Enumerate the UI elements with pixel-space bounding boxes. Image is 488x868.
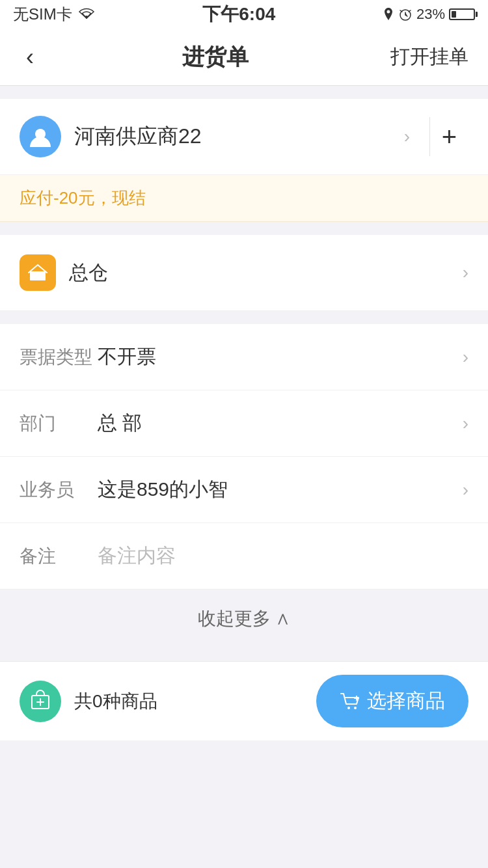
- select-product-button[interactable]: 选择商品: [316, 675, 468, 727]
- warehouse-icon: [20, 254, 56, 291]
- section-divider-3: [0, 311, 488, 324]
- status-time: 下午6:04: [202, 2, 275, 27]
- notice-bar: 应付-20元，现结: [0, 175, 488, 222]
- warehouse-section: 总仓 ›: [0, 235, 488, 311]
- remark-label: 备注: [20, 544, 98, 569]
- supplier-avatar: [20, 116, 61, 157]
- svg-point-5: [354, 707, 357, 709]
- remark-placeholder: 备注内容: [98, 543, 468, 569]
- wifi-icon: [77, 8, 96, 21]
- bottom-bar: 共0种商品 选择商品: [0, 661, 488, 740]
- notice-text: 应付-20元，现结: [20, 188, 146, 208]
- battery-icon: [449, 8, 475, 20]
- warehouse-value: 总仓: [69, 260, 463, 286]
- alarm-icon: [398, 7, 413, 21]
- open-pending-button[interactable]: 打开挂单: [390, 44, 468, 70]
- back-button[interactable]: ‹: [20, 37, 40, 77]
- carrier-label: 无SIM卡: [13, 4, 72, 25]
- svg-point-4: [347, 707, 350, 709]
- supplier-row[interactable]: 河南供应商22 › +: [0, 99, 488, 175]
- salesperson-arrow-icon: ›: [463, 480, 468, 500]
- product-count: 共0种商品: [74, 689, 316, 714]
- section-divider-4: [0, 648, 488, 661]
- product-icon: [20, 681, 61, 722]
- form-section: 票据类型 不开票 › 部门 总 部 › 业务员 这是859的小智 › 备注 备注…: [0, 324, 488, 590]
- nav-bar: ‹ 进货单 打开挂单: [0, 29, 488, 86]
- supplier-name: 河南供应商22: [74, 122, 404, 151]
- invoice-type-label: 票据类型: [20, 345, 98, 370]
- supplier-section: 河南供应商22 › + 应付-20元，现结: [0, 99, 488, 222]
- section-divider-2: [0, 222, 488, 235]
- battery-percent: 23%: [416, 6, 445, 23]
- invoice-type-arrow-icon: ›: [463, 347, 468, 368]
- salesperson-label: 业务员: [20, 478, 98, 502]
- remark-row[interactable]: 备注 备注内容: [0, 523, 488, 590]
- add-supplier-button[interactable]: +: [429, 117, 468, 156]
- status-left: 无SIM卡: [13, 4, 96, 25]
- svg-rect-2: [30, 271, 46, 280]
- invoice-type-value: 不开票: [98, 344, 463, 370]
- salesperson-value: 这是859的小智: [98, 476, 463, 503]
- location-icon: [383, 7, 394, 21]
- salesperson-row[interactable]: 业务员 这是859的小智 ›: [0, 457, 488, 523]
- warehouse-arrow-icon: ›: [463, 262, 468, 283]
- department-label: 部门: [20, 411, 98, 436]
- select-product-label: 选择商品: [367, 688, 445, 714]
- page-title: 进货单: [182, 42, 249, 72]
- supplier-arrow-icon: ›: [404, 126, 410, 147]
- department-row[interactable]: 部门 总 部 ›: [0, 390, 488, 457]
- section-divider-1: [0, 86, 488, 99]
- status-bar: 无SIM卡 下午6:04 23%: [0, 0, 488, 29]
- gray-fill-area: [0, 740, 488, 868]
- department-value: 总 部: [98, 410, 463, 437]
- warehouse-row[interactable]: 总仓 ›: [0, 235, 488, 311]
- collapse-button[interactable]: 收起更多 ∧: [0, 590, 488, 648]
- cart-icon: [340, 692, 360, 711]
- department-arrow-icon: ›: [463, 413, 468, 434]
- invoice-type-row[interactable]: 票据类型 不开票 ›: [0, 324, 488, 390]
- status-right: 23%: [383, 6, 475, 23]
